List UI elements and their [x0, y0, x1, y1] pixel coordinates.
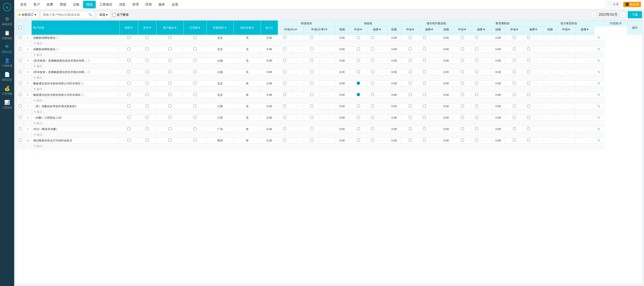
- vat-pay1-checkbox[interactable]: [371, 93, 374, 96]
- local-declare-checkbox[interactable]: [513, 127, 516, 130]
- local-pay1-checkbox[interactable]: [527, 93, 530, 96]
- city-declare-checkbox[interactable]: [409, 139, 412, 142]
- note-edit-icon[interactable]: ✎: [34, 133, 36, 136]
- paid-checkbox[interactable]: [193, 127, 197, 130]
- local-pay1-checkbox[interactable]: [527, 127, 530, 130]
- paid-checkbox[interactable]: [193, 116, 197, 119]
- confirm-checkbox[interactable]: [168, 82, 171, 85]
- edu-pay1-checkbox[interactable]: [475, 104, 478, 108]
- chaoshui-checkbox[interactable]: [127, 59, 130, 62]
- nav-commerce[interactable]: 工商项目: [96, 1, 115, 8]
- edit-icon[interactable]: ✎: [597, 93, 600, 97]
- fin-y1-checkbox[interactable]: [283, 36, 286, 39]
- local-declare-checkbox[interactable]: [513, 139, 516, 142]
- note-edit-icon[interactable]: ✎: [34, 53, 36, 56]
- city-pay1-checkbox[interactable]: [423, 59, 426, 62]
- city-pay1-checkbox[interactable]: [423, 139, 426, 142]
- cell-checkbox[interactable]: [357, 59, 360, 62]
- chaoshui-checkbox[interactable]: [127, 70, 130, 73]
- city-pay1-checkbox[interactable]: [423, 36, 426, 39]
- qingka-checkbox[interactable]: [146, 59, 149, 62]
- row-checkbox[interactable]: [19, 70, 22, 73]
- cell-checkbox[interactable]: [357, 36, 360, 39]
- chaoshui-checkbox[interactable]: [127, 47, 130, 50]
- chaoshui-checkbox[interactable]: [127, 127, 130, 130]
- nav-bookkeeping[interactable]: 记账: [70, 1, 83, 8]
- row-checkbox[interactable]: [19, 36, 22, 39]
- chaoshui-checkbox[interactable]: [127, 36, 130, 39]
- edu-pay1-checkbox[interactable]: [475, 59, 478, 62]
- city-pay1-checkbox[interactable]: [423, 116, 426, 119]
- edit-icon[interactable]: ✎: [597, 70, 600, 74]
- edu-pay1-checkbox[interactable]: [475, 116, 478, 119]
- qingka-checkbox[interactable]: [146, 82, 149, 85]
- nav-tax[interactable]: 报税: [83, 1, 96, 8]
- sidebar-item-annual-settle[interactable]: 💰 汇算清缴: [0, 84, 14, 98]
- edu-pay1-checkbox[interactable]: [475, 127, 478, 130]
- confirm-checkbox[interactable]: [168, 70, 171, 73]
- fin-y1-checkbox[interactable]: [283, 70, 286, 73]
- nav-settings[interactable]: 设置: [169, 1, 181, 8]
- city-pay1-checkbox[interactable]: [423, 104, 426, 108]
- qingka-checkbox[interactable]: [146, 93, 149, 96]
- edit-icon[interactable]: ✎: [597, 81, 600, 85]
- filter-button[interactable]: 筛选 ▾: [96, 11, 110, 18]
- local-declare-checkbox[interactable]: [513, 104, 516, 108]
- edu-pay1-checkbox[interactable]: [475, 36, 478, 39]
- nav-home[interactable]: 首页: [17, 1, 30, 8]
- chaoshui-checkbox[interactable]: [127, 139, 130, 142]
- city-declare-checkbox[interactable]: [409, 59, 412, 62]
- fin-y1-checkbox[interactable]: [283, 139, 286, 142]
- local-pay1-checkbox[interactable]: [527, 139, 530, 142]
- fin-m1-checkbox[interactable]: [310, 104, 313, 108]
- paid-checkbox[interactable]: [193, 93, 197, 96]
- row-checkbox[interactable]: [19, 82, 22, 85]
- city-pay1-checkbox[interactable]: [423, 93, 426, 96]
- edit-icon[interactable]: ✎: [597, 104, 600, 108]
- confirm-checkbox[interactable]: [168, 139, 171, 142]
- edu-declare-checkbox[interactable]: [461, 93, 464, 96]
- row-checkbox[interactable]: [19, 104, 22, 108]
- qingka-checkbox[interactable]: [146, 104, 149, 108]
- fin-y1-checkbox[interactable]: [283, 116, 286, 119]
- local-pay1-checkbox[interactable]: [527, 82, 530, 85]
- sidebar-item-tax-overview[interactable]: 👁 报税总览: [0, 42, 14, 56]
- note-edit-icon[interactable]: ✎: [34, 122, 36, 125]
- city-declare-checkbox[interactable]: [409, 116, 412, 119]
- cell-checkbox[interactable]: [357, 127, 360, 130]
- edu-pay1-checkbox[interactable]: [475, 47, 478, 50]
- city-declare-checkbox[interactable]: [409, 70, 412, 73]
- nav-service[interactable]: 服务: [155, 1, 168, 8]
- nav-billing[interactable]: 收费: [44, 1, 56, 8]
- city-declare-checkbox[interactable]: [409, 93, 412, 96]
- nav-operation[interactable]: 经营: [142, 1, 155, 8]
- qingka-checkbox[interactable]: [146, 127, 149, 130]
- fin-y1-checkbox[interactable]: [283, 93, 286, 96]
- sidebar-item-batch-tax[interactable]: 📋 批量报税: [0, 28, 14, 42]
- city-declare-checkbox[interactable]: [409, 47, 412, 50]
- paid-checkbox[interactable]: [193, 70, 197, 73]
- select-all-checkbox[interactable]: [18, 26, 22, 29]
- vat-pay1-checkbox[interactable]: [371, 59, 374, 62]
- checkbox-input[interactable]: [112, 13, 116, 16]
- confirm-checkbox[interactable]: [168, 93, 171, 96]
- edu-pay1-checkbox[interactable]: [475, 70, 478, 73]
- note-edit-icon[interactable]: ✎: [34, 145, 36, 148]
- paid-checkbox[interactable]: [193, 59, 197, 62]
- local-pay1-checkbox[interactable]: [527, 104, 530, 108]
- note-edit-icon[interactable]: ✎: [34, 99, 36, 102]
- chaoshui-checkbox[interactable]: [127, 116, 130, 119]
- nav-manage[interactable]: 管理: [129, 1, 142, 8]
- confirm-checkbox[interactable]: [168, 104, 171, 108]
- qingka-checkbox[interactable]: [146, 139, 149, 142]
- confirm-checkbox[interactable]: [168, 116, 171, 119]
- local-pay1-checkbox[interactable]: [527, 47, 530, 50]
- vat-pay1-checkbox[interactable]: [371, 139, 374, 142]
- fin-m1-checkbox[interactable]: [310, 127, 313, 130]
- sidebar-item-personal-tax[interactable]: 👤 个税申报: [0, 56, 14, 70]
- chaoshui-checkbox[interactable]: [127, 93, 130, 96]
- city-pay1-checkbox[interactable]: [423, 47, 426, 50]
- edu-declare-checkbox[interactable]: [461, 59, 464, 62]
- cell-checkbox[interactable]: [357, 104, 360, 108]
- edit-icon[interactable]: ✎: [597, 138, 600, 142]
